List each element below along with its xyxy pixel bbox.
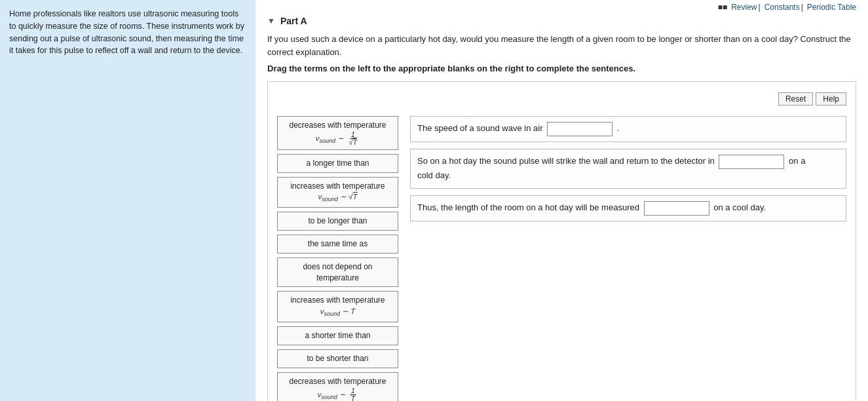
sentence-box-1: The speed of a sound wave in air . (410, 116, 846, 142)
term-label: decreases with temperature (283, 376, 392, 387)
drop-blank-3[interactable] (644, 201, 709, 216)
expand-arrow-icon[interactable]: ▼ (267, 16, 275, 26)
term-increases-linear[interactable]: increases with temperature vsound ∼ T (277, 291, 398, 322)
sentence-box-2: So on a hot day the sound pulse will str… (410, 149, 846, 189)
term-increases-sqrt[interactable]: increases with temperature vsound ∼ √T (277, 177, 398, 208)
term-label: to be shorter than (283, 353, 392, 364)
term-label: decreases with temperature (283, 120, 392, 131)
review-link[interactable]: Review (731, 3, 757, 12)
sep1: | (759, 3, 761, 12)
term-label: does not depend on temperature (283, 261, 392, 284)
interactive-area: Reset Help decreases with temperature vs… (267, 81, 856, 401)
term-decreases-inv-sqrt[interactable]: decreases with temperature vsound ∼ 1√T (277, 116, 398, 150)
top-bar: ■■ Review | Constants | Periodic Table (267, 0, 856, 16)
term-label: increases with temperature (283, 295, 392, 306)
term-label: to be longer than (283, 216, 392, 227)
drop-blank-2[interactable] (719, 155, 784, 169)
term-longer-time[interactable]: a longer time than (277, 154, 398, 173)
term-to-be-longer[interactable]: to be longer than (277, 212, 398, 231)
reset-help-bar: Reset Help (277, 92, 846, 105)
term-math: vsound ∼ 1√T (283, 131, 392, 146)
term-label: a shorter time than (283, 330, 392, 341)
term-label: the same time as (283, 239, 392, 250)
drop-blank-1[interactable] (547, 122, 613, 136)
periodic-link[interactable]: Periodic Table (807, 3, 856, 12)
sentence-box-3: Thus, the length of the room on a hot da… (410, 195, 846, 221)
drag-drop-layout: decreases with temperature vsound ∼ 1√T … (277, 116, 846, 401)
sentence-3-prefix: Thus, the length of the room on a hot da… (417, 202, 639, 212)
sentence-2-suffix: on a (789, 156, 805, 166)
term-decreases-inv-linear[interactable]: decreases with temperature vsound ∼ 1T (277, 372, 398, 401)
term-same-time[interactable]: the same time as (277, 235, 398, 254)
term-label: a longer time than (283, 158, 392, 169)
sentence-2-prefix: So on a hot day the sound pulse will str… (417, 156, 715, 166)
sentence-2-end: cold day. (417, 170, 451, 180)
sidebar: Home professionals like realtors use ult… (0, 0, 255, 401)
term-label: increases with temperature (283, 181, 392, 192)
part-a-label: Part A (280, 16, 307, 26)
term-shorter-time[interactable]: a shorter time than (277, 326, 398, 345)
term-to-be-shorter[interactable]: to be shorter than (277, 349, 398, 368)
sentence-3-suffix: on a cool day. (713, 202, 766, 212)
term-math: vsound ∼ √T (283, 191, 392, 204)
constants-link[interactable]: Constants (764, 3, 800, 12)
sentence-1-prefix: The speed of a sound wave in air (417, 123, 543, 133)
drag-instruction-text: Drag the terms on the left to the approp… (267, 64, 856, 73)
term-math: vsound ∼ 1T (283, 387, 392, 401)
sidebar-text: Home professionals like realtors use ult… (9, 9, 244, 55)
sentences-column: The speed of a sound wave in air . So on… (410, 116, 846, 221)
main-content: ■■ Review | Constants | Periodic Table ▼… (255, 0, 868, 401)
term-no-depend[interactable]: does not depend on temperature (277, 258, 398, 288)
term-math: vsound ∼ T (283, 306, 392, 318)
sep2: | (801, 3, 803, 12)
part-a-header: ▼ Part A (267, 16, 856, 26)
terms-column: decreases with temperature vsound ∼ 1√T … (277, 116, 398, 401)
instructions-text: If you used such a device on a particula… (267, 33, 856, 58)
square-icon: ■■ (718, 3, 728, 12)
reset-button[interactable]: Reset (778, 92, 813, 105)
sentence-1-suffix: . (617, 123, 620, 133)
help-button[interactable]: Help (816, 92, 846, 105)
